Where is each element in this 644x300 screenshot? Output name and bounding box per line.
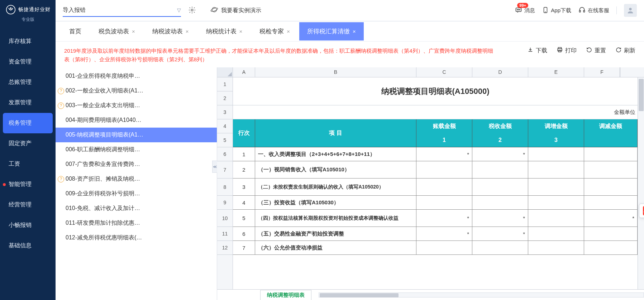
vertical-scrollbar[interactable] xyxy=(638,77,644,289)
cell[interactable] xyxy=(528,161,584,178)
cell[interactable]: * xyxy=(472,147,528,161)
gear-icon[interactable] xyxy=(188,6,196,15)
avatar[interactable] xyxy=(624,4,637,17)
download-button[interactable]: 下载 xyxy=(527,47,547,54)
cell[interactable]: 2 xyxy=(233,161,255,178)
tab[interactable]: 税检专家× xyxy=(252,22,298,41)
refresh-button[interactable]: 刷新 xyxy=(615,47,635,54)
cell[interactable]: （六）公允价值变动净损益 xyxy=(255,241,416,254)
sidebar-item[interactable]: 固定资产 xyxy=(0,133,56,154)
cell[interactable]: （四）按权益法核算长期股权投资对初始投资成本调整确认收益 xyxy=(255,210,416,227)
ime-toolbar[interactable]: S 中 •， 😊 🎤 ⌨ xyxy=(639,204,644,218)
tab[interactable]: 所得税汇算清缴× xyxy=(299,22,364,41)
cell[interactable]: 一、收入类调整项目（2+3+4+5+6+7+8+10+11） xyxy=(255,147,416,161)
cell[interactable] xyxy=(416,178,472,195)
cell[interactable]: * xyxy=(416,227,472,241)
col-header[interactable]: E xyxy=(528,67,584,77)
cell[interactable] xyxy=(416,161,472,178)
sheet-list-item[interactable]: 009-企业所得税弥补亏损明… xyxy=(56,186,217,201)
sheet-list-item[interactable]: 001-企业所得税年度纳税申… xyxy=(56,69,217,84)
cell[interactable] xyxy=(584,196,638,209)
sidebar-item[interactable]: 小畅报销 xyxy=(0,215,56,235)
cell[interactable]: 7 xyxy=(233,241,255,254)
demo-link[interactable]: 我要看实例演示 xyxy=(210,6,261,15)
cell[interactable]: 6 xyxy=(233,227,255,241)
cell[interactable] xyxy=(416,196,472,209)
tab[interactable]: 首页 xyxy=(61,22,89,41)
cell[interactable] xyxy=(528,210,584,227)
row-number[interactable]: 4 xyxy=(217,119,233,133)
cell[interactable] xyxy=(528,241,584,254)
cell[interactable]: （三）投资收益（填写A105030） xyxy=(255,196,416,209)
cell[interactable]: * xyxy=(416,147,472,161)
collapse-handle[interactable]: ≪ xyxy=(212,161,217,173)
col-header[interactable]: B xyxy=(255,67,416,77)
row-number[interactable]: 10 xyxy=(217,210,233,227)
tab[interactable]: 纳税波动表× xyxy=(144,22,197,41)
app-download-link[interactable]: App下载 xyxy=(542,6,571,15)
cell[interactable] xyxy=(584,241,638,254)
row-number[interactable]: 11 xyxy=(217,227,233,241)
cell[interactable] xyxy=(472,178,528,195)
sheet-list-item[interactable]: 005-纳税调整项目明细表(A1… xyxy=(56,128,217,142)
select-all-corner[interactable] xyxy=(217,67,233,77)
reset-button[interactable]: 重置 xyxy=(586,47,606,54)
cell[interactable]: * xyxy=(472,210,528,227)
cell[interactable]: * xyxy=(584,210,638,227)
row-number[interactable]: 3 xyxy=(217,105,233,119)
cell[interactable] xyxy=(472,241,528,254)
sidebar-item[interactable]: 经营管理 xyxy=(0,195,56,215)
cell[interactable]: （一）视同销售收入（填写A105010） xyxy=(255,161,416,178)
col-header[interactable]: C xyxy=(416,67,472,77)
scrollbar-thumb[interactable] xyxy=(320,293,399,297)
cell[interactable]: * xyxy=(416,210,472,227)
sheet-list-item[interactable]: 004-期间费用明细表(A1040… xyxy=(56,113,217,128)
row-number[interactable]: 2 xyxy=(217,91,233,105)
cell[interactable] xyxy=(528,196,584,209)
sheet-tab[interactable]: 纳税调整明细表 xyxy=(260,290,311,300)
search-input[interactable]: 导入报错 ▽ xyxy=(63,4,181,17)
sidebar-item[interactable]: 库存核算 xyxy=(0,31,56,52)
scrollbar-thumb[interactable] xyxy=(639,79,644,111)
row-number[interactable]: 9 xyxy=(217,196,233,210)
row-number[interactable]: 12 xyxy=(217,241,233,255)
cell[interactable] xyxy=(584,178,638,195)
sheet-list-item[interactable]: 003-一般企业成本支出明细… xyxy=(56,98,217,113)
cell[interactable]: * xyxy=(472,227,528,241)
sidebar-item[interactable]: 发票管理 xyxy=(0,92,56,113)
sheet-list-item[interactable]: 002-一般企业收入明细表(A1… xyxy=(56,84,217,98)
cell[interactable] xyxy=(472,161,528,178)
horizontal-scrollbar[interactable] xyxy=(319,292,644,297)
row-number[interactable]: 6 xyxy=(217,147,233,161)
cell[interactable] xyxy=(528,227,584,241)
messages-link[interactable]: 99+ 消息 xyxy=(515,6,535,15)
col-header[interactable]: D xyxy=(472,67,528,77)
cell[interactable]: 3 xyxy=(233,178,255,195)
cell[interactable]: 4 xyxy=(233,196,255,209)
cell[interactable]: 5 xyxy=(233,210,255,227)
sheet-list-item[interactable]: 008-资产折旧、摊销及纳税… xyxy=(56,172,217,186)
row-number[interactable]: 8 xyxy=(217,178,233,196)
close-icon[interactable]: × xyxy=(239,28,243,34)
cell[interactable]: 1 xyxy=(233,147,255,161)
cell[interactable] xyxy=(584,161,638,178)
close-icon[interactable]: × xyxy=(132,28,135,34)
sheet-list-item[interactable]: 012-减免所得税优惠明细表(… xyxy=(56,230,217,245)
col-header[interactable]: A xyxy=(233,67,255,77)
cell[interactable] xyxy=(528,147,584,161)
service-link[interactable]: 在线客服 xyxy=(578,6,609,15)
sidebar-item[interactable]: 税务管理 xyxy=(3,113,53,133)
chevron-down-icon[interactable]: ▽ xyxy=(177,7,181,13)
cell[interactable] xyxy=(528,178,584,195)
cell[interactable]: （五）交易性金融资产初始投资调整 xyxy=(255,227,416,241)
close-icon[interactable]: × xyxy=(287,28,290,34)
sheet-list-item[interactable]: 010-免税、减计收入及加计… xyxy=(56,201,217,216)
cell[interactable] xyxy=(584,147,638,161)
row-number[interactable]: 5 xyxy=(217,133,233,147)
print-button[interactable]: 打印 xyxy=(557,47,577,54)
tab[interactable]: 纳税统计表× xyxy=(198,22,251,41)
cell[interactable] xyxy=(416,241,472,254)
close-icon[interactable]: × xyxy=(353,28,356,34)
sidebar-item[interactable]: 工资 xyxy=(0,154,56,174)
sheet-list-item[interactable]: 007-广告费和业务宣传费跨… xyxy=(56,157,217,172)
